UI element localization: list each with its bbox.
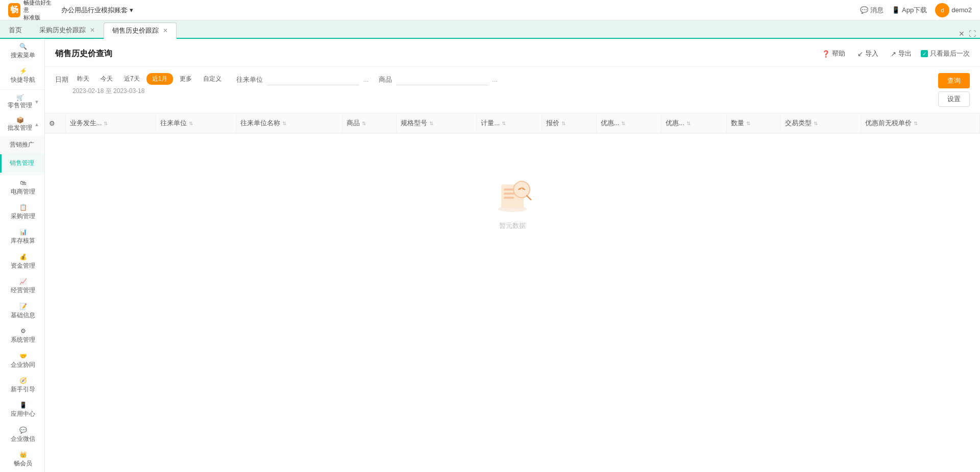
tab-home[interactable]: 首页 [0, 21, 31, 38]
maximize-window-icon[interactable]: ⛶ [969, 30, 976, 38]
tab-sales-history[interactable]: 销售历史价跟踪 ✕ [104, 22, 177, 39]
workspace-selector[interactable]: 办公用品行业模拟账套 ▾ [57, 4, 137, 17]
sidebar-item-retail-mgmt[interactable]: 🛒 零售管理 ▼ [0, 91, 44, 113]
operations-icon: 📈 [19, 278, 27, 285]
tab-purchase-history[interactable]: 采购历史价跟踪 ✕ [31, 21, 104, 38]
sidebar-item-search-menu[interactable]: 🔍 搜索菜单 [0, 39, 44, 63]
th-spec[interactable]: 规格型号 ⇅ [397, 113, 477, 133]
message-btn[interactable]: 💬 消息 [860, 6, 884, 15]
chevron-up-icon: ▲ [34, 122, 39, 127]
top-bar-right: 💬 消息 📱 App下载 d demo2 [860, 3, 972, 17]
partner-ellipsis[interactable]: ... [363, 76, 369, 83]
sidebar-item-label: 批发管理 [8, 124, 32, 132]
export-btn[interactable]: ↗ 导出 [888, 47, 915, 60]
app-download-btn[interactable]: 📱 App下载 [892, 6, 927, 15]
settings-button[interactable]: 设置 [938, 91, 970, 107]
sidebar-item-new-guide[interactable]: 🧭 新手引导 [0, 373, 44, 397]
tab-purchase-close-icon[interactable]: ✕ [90, 27, 95, 33]
sidebar-item-label: 资金管理 [11, 262, 35, 270]
sidebar-item-purchase-mgmt[interactable]: 📋 采购管理 [0, 200, 44, 224]
sidebar-item-basic-info[interactable]: 📝 基础信息 [0, 299, 44, 323]
user-menu[interactable]: d demo2 [935, 3, 972, 17]
sort-icon: ⇅ [429, 121, 433, 126]
wholesale-icon: 📦 [16, 116, 24, 124]
sidebar-item-operations-mgmt[interactable]: 📈 经营管理 [0, 274, 44, 299]
phone-icon: 📱 [892, 6, 900, 14]
only-last-checkbox[interactable] [921, 50, 928, 57]
guide-icon: 🧭 [19, 377, 27, 384]
th-product[interactable]: 商品 ⇅ [342, 113, 397, 133]
th-discount2[interactable]: 优惠... ⇅ [662, 113, 727, 133]
th-discount1[interactable]: 优惠... ⇅ [596, 113, 662, 133]
date-btn-more[interactable]: 更多 [175, 73, 197, 85]
sidebar-item-quick-nav[interactable]: ⚡ 快捷导航 [0, 63, 44, 88]
date-range-display: 2023-02-18 至 2023-03-18 [72, 87, 226, 96]
sort-icon: ⇅ [104, 121, 108, 126]
sort-icon: ⇅ [814, 121, 818, 126]
product-input[interactable] [396, 73, 488, 85]
logo-text: 畅捷信好生意 标准版 [23, 0, 53, 21]
only-last-checkbox-label[interactable]: 只看最后一次 [921, 49, 970, 58]
page-container: 销售历史价查询 ❓ 帮助 ↙ 导入 ↗ 导出 [45, 39, 980, 472]
date-btn-yesterday[interactable]: 昨天 [72, 73, 94, 85]
help-icon: ❓ [822, 50, 830, 58]
logo-area: 畅 畅捷信好生意 标准版 [8, 0, 53, 21]
tab-sales-close-icon[interactable]: ✕ [163, 28, 168, 34]
th-unit[interactable]: 计量... ⇅ [477, 113, 542, 133]
system-icon: ⚙ [20, 327, 26, 335]
sidebar-item-wholesale-mgmt[interactable]: 📦 批发管理 ▲ [0, 113, 44, 136]
th-partner-name[interactable]: 往来单位名称 ⇅ [236, 113, 342, 133]
wechat-icon: 💬 [19, 427, 27, 434]
sidebar-item-vip-member[interactable]: 👑 畅会员 [0, 447, 44, 471]
query-button[interactable]: 查询 [938, 73, 970, 88]
content-area: 销售历史价查询 ❓ 帮助 ↙ 导入 ↗ 导出 [45, 39, 980, 472]
chevron-down-icon: ▼ [34, 99, 39, 105]
th-pretax-price[interactable]: 优惠前无税单价 ⇅ [861, 113, 980, 133]
sidebar-item-app-center[interactable]: 📱 应用中心 [0, 398, 44, 422]
th-trade-type[interactable]: 交易类型 ⇅ [781, 113, 861, 133]
tab-bar-right: ✕ ⛶ [954, 30, 980, 38]
product-input-group: ... [396, 73, 498, 85]
tab-sales-history-label: 销售历史价跟踪 [112, 26, 159, 35]
close-window-icon[interactable]: ✕ [959, 30, 965, 38]
sidebar-item-label: 搜索菜单 [11, 51, 35, 60]
sort-icon: ⇅ [189, 121, 193, 126]
th-gear[interactable]: ⚙ [45, 113, 65, 133]
date-btn-today[interactable]: 今天 [96, 73, 117, 85]
workspace-area: 办公用品行业模拟账套 ▾ [53, 4, 860, 17]
avatar: d [935, 3, 949, 17]
import-btn[interactable]: ↙ 导入 [854, 47, 881, 60]
sort-icon: ⇅ [282, 121, 286, 126]
sidebar-item-enterprise-wechat[interactable]: 💬 企业微信 [0, 422, 44, 447]
sidebar-item-enterprise-collab[interactable]: 🤝 企业协同 [0, 348, 44, 373]
gear-icon: ⚙ [49, 120, 55, 127]
partner-input[interactable] [267, 73, 359, 85]
sidebar-item-label: 经营管理 [11, 286, 35, 295]
date-btn-1month[interactable]: 近1月 [146, 73, 174, 85]
svg-rect-4 [504, 197, 514, 199]
th-partner-code[interactable]: 往来单位 ⇅ [156, 113, 236, 133]
svg-point-6 [520, 188, 521, 190]
th-quote[interactable]: 报价 ⇅ [542, 113, 596, 133]
main-layout: 🔍 搜索菜单 ⚡ 快捷导航 🛒 零售管理 ▼ 📦 批发管理 ▲ 营销推广 [0, 39, 980, 472]
date-btn-custom[interactable]: 自定义 [199, 73, 226, 85]
sidebar-item-finance-mgmt[interactable]: 💰 资金管理 [0, 249, 44, 274]
export-icon: ↗ [891, 50, 896, 58]
sidebar-item-marketing-promo[interactable]: 营销推广 [0, 136, 44, 154]
date-buttons: 昨天 今天 近7天 近1月 更多 自定义 [72, 73, 226, 85]
help-btn[interactable]: ❓ 帮助 [819, 47, 848, 60]
sidebar-item-system-mgmt[interactable]: ⚙ 系统管理 [0, 323, 44, 348]
empty-state: 暂元数据 [45, 133, 980, 271]
th-biz-date[interactable]: 业务发生... ⇅ [65, 113, 156, 133]
sidebar-item-inventory-check[interactable]: 📊 库存核算 [0, 225, 44, 249]
svg-point-7 [523, 188, 524, 190]
data-table: ⚙ 业务发生... ⇅ 往来单位 [45, 113, 980, 133]
product-ellipsis[interactable]: ... [492, 76, 498, 83]
th-quantity[interactable]: 数量 ⇅ [726, 113, 781, 133]
date-btn-7days[interactable]: 近7天 [119, 73, 144, 85]
retail-icon: 🛒 [16, 94, 24, 101]
sidebar-item-label: 系统管理 [11, 336, 35, 344]
finance-icon: 💰 [19, 253, 27, 261]
sidebar-item-ecommerce-mgmt[interactable]: 🛍 电商管理 [0, 175, 44, 200]
sidebar-item-sales-mgmt[interactable]: 销售管理 [0, 154, 44, 173]
